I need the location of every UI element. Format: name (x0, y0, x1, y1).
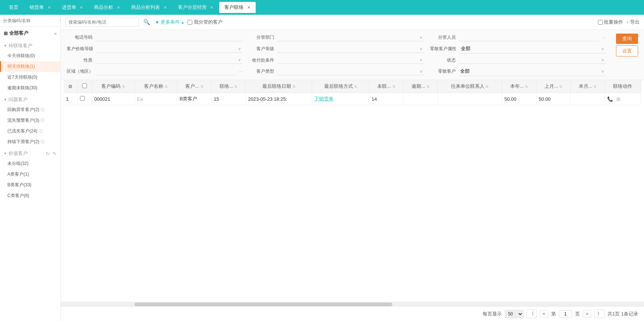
filter-cell-customer-level: 客户等级 ∨ (248, 45, 424, 53)
sidebar-item-class-c[interactable]: C类客户(6) (0, 190, 60, 201)
close-sales-order-icon[interactable]: ✕ (48, 5, 51, 10)
col-uncontacted[interactable]: 未联... ⇅ (369, 80, 403, 93)
row-checkbox[interactable] (80, 96, 85, 101)
region-input[interactable] (96, 68, 236, 75)
sidebar-item-declining[interactable]: 持续下滑客户(2) ⓘ (0, 137, 60, 147)
customer-type-select[interactable]: ∨ (277, 68, 424, 75)
nav-customer-segmentation[interactable]: 客户分层经营 ✕ (173, 2, 219, 13)
close-purchase-order-icon[interactable]: ✕ (80, 5, 83, 10)
dept-select[interactable]: ∨ (277, 34, 424, 41)
prev-page-button[interactable]: < (540, 310, 548, 318)
cell-checkbox[interactable] (77, 93, 92, 105)
customer-table-container: ⚙ 客户编码 ⇅ 客户名称 ⇅ 客户... ⇅ 联络... ⇅ 最后联络日期 ⇅… (61, 80, 644, 302)
horizontal-scrollbar[interactable] (61, 302, 644, 306)
nav-purchase-order[interactable]: 进货单 ✕ (57, 2, 88, 13)
sidebar-item-ungrouped[interactable]: 未分组(32) (0, 158, 60, 169)
status-select[interactable]: ∨ (459, 56, 606, 64)
cell-last-date: 2023-05-23 18:25: (246, 93, 312, 105)
problem-customers-group-label: ▼ 问题客户 (0, 93, 60, 104)
search-input[interactable] (65, 18, 139, 27)
search-button[interactable]: 🔍 (142, 19, 152, 25)
col-contact-person[interactable]: 往来单位联系人 ⇅ (438, 80, 502, 93)
nav-product-analysis-list[interactable]: 商品分析列表 ✕ (126, 2, 172, 13)
col-customer-type[interactable]: 客户... ⇅ (177, 80, 211, 93)
close-product-analysis-icon[interactable]: ✕ (117, 5, 120, 10)
table-row: 1 000021 Ea B类客户 15 2023-05-23 18:25: 下销… (64, 93, 641, 105)
sidebar-item-tomorrow-contact[interactable]: 明天待联络(1) (0, 61, 60, 72)
action-phone-icon[interactable]: 📞 (607, 96, 613, 102)
sidebar-item-churned[interactable]: 已流失客户(24) ⓘ (0, 126, 60, 137)
col-customer-code[interactable]: 客户编码 ⇅ (92, 80, 134, 93)
nature-select[interactable]: ∨ (95, 56, 242, 64)
region-dots-icon[interactable]: ··· (239, 69, 242, 74)
sidebar-search-input[interactable] (3, 18, 58, 23)
person-dots-icon[interactable]: ··· (602, 35, 606, 40)
batch-operation-button[interactable]: 批量操作 (598, 19, 623, 25)
filter-row-3: 性质 ∨ 收付款条件 ∨ 状态 (67, 56, 606, 64)
nav-product-analysis[interactable]: 商品分析 ✕ (89, 2, 125, 13)
sidebar-item-class-a[interactable]: A类客户(1) (0, 169, 60, 180)
retail-customer-select[interactable]: 全部 ∨ (459, 67, 606, 76)
nav-sales-order[interactable]: 销货单 ✕ (24, 2, 56, 13)
price-level-select[interactable]: ∨ (96, 45, 242, 53)
col-this-year[interactable]: 本年... ⇅ (502, 80, 536, 93)
sidebar-item-churn-warning[interactable]: 流失预警客户(3) ⓘ (0, 115, 60, 126)
sidebar-item-today-contact[interactable]: 今天待联络(0) (0, 51, 60, 61)
close-product-analysis-list-icon[interactable]: ✕ (164, 5, 167, 10)
export-button[interactable]: ↑ 导出 (627, 19, 640, 25)
col-this-month[interactable]: 本月... ⇅ (570, 80, 605, 93)
col-customer-name[interactable]: 客户名称 ⇅ (134, 80, 177, 93)
col-settings[interactable]: ⚙ (64, 80, 77, 93)
col-checkbox[interactable] (77, 80, 92, 93)
method-link[interactable]: 下销货单 (314, 96, 333, 101)
sidebar-item-overdue-contact[interactable]: 逾期未联络(30) (0, 83, 60, 93)
my-customers-checkbox[interactable] (188, 20, 192, 25)
next-page-button[interactable]: > (583, 310, 591, 318)
sidebar-item-repurchase-abnormal[interactable]: 回购异常客户(2) ⓘ (0, 104, 60, 115)
col-action[interactable]: 联络动作 (605, 80, 641, 93)
cell-last-method[interactable]: 下销货单 (312, 93, 369, 105)
page-size-select[interactable]: 50 20 100 200 (505, 310, 524, 318)
sidebar-item-7days-contact[interactable]: 近7天待联络(0) (0, 72, 60, 83)
select-all-checkbox[interactable] (82, 83, 87, 88)
cell-index: 1 (64, 93, 77, 105)
col-last-month[interactable]: 上月... ⇅ (536, 80, 570, 93)
page-number-input[interactable] (559, 310, 572, 318)
action-menu-icon[interactable]: ⊞ (616, 96, 620, 102)
col-last-contact-date[interactable]: 最后联络日期 ⇅ (246, 80, 312, 93)
chevron-up-icon: ▲ (181, 20, 185, 24)
nav-customer-contact[interactable]: 客户联络 ✕ (219, 2, 256, 13)
person-input[interactable] (459, 34, 599, 41)
col-last-contact-method[interactable]: 最后联络方式 ⇅ (312, 80, 369, 93)
customer-level-select[interactable]: ∨ (277, 45, 424, 53)
filter-cell-price-level: 客户价格等级 ∨ (67, 45, 242, 53)
advanced-filter-panel: 电话号码 分管部门 ∨ 分管人员 ··· (61, 30, 644, 80)
batch-checkbox[interactable] (598, 20, 603, 25)
close-customer-contact-icon[interactable]: ✕ (247, 5, 251, 10)
chevron-down-icon8: ∨ (420, 69, 423, 74)
query-button[interactable]: 查询 (616, 34, 638, 44)
close-customer-segmentation-icon[interactable]: ✕ (210, 5, 213, 10)
table-header-row: ⚙ 客户编码 ⇅ 客户名称 ⇅ 客户... ⇅ 联络... ⇅ 最后联络日期 ⇅… (64, 80, 641, 93)
retail-attr-select[interactable]: 全部 ∨ (459, 44, 606, 54)
sidebar-item-class-b[interactable]: B类客户(33) (0, 180, 60, 190)
payment-terms-select[interactable]: ∨ (277, 56, 424, 64)
last-page-button[interactable]: 》 (594, 310, 605, 318)
all-customers-label: 全部客户 (9, 30, 28, 37)
settings-icon[interactable]: ⚙ (68, 84, 73, 89)
all-customers-header[interactable]: ⊞ 全部客户 « (0, 27, 60, 39)
my-customers-checkbox-label[interactable]: 我分管的客户 (188, 19, 223, 25)
nav-home[interactable]: 首页 (4, 2, 24, 13)
more-filters-button[interactable]: ▼ 更多条件 ▲ (155, 19, 185, 25)
first-page-button[interactable]: 《 (526, 310, 537, 318)
refresh-icon[interactable]: ↻ (46, 151, 50, 156)
col-overdue[interactable]: 逾期... ⇅ (403, 80, 438, 93)
scrollbar-thumb[interactable] (134, 303, 392, 306)
edit-icon[interactable]: ✎ (53, 151, 57, 156)
grid-icon: ⊞ (4, 31, 8, 36)
col-contacts[interactable]: 联络... ⇅ (211, 80, 246, 93)
main-layout: 🔍 ⊞ 全部客户 « ▼ 待联络客户 今天待联络(0) 明天待联络(1) 近7天… (0, 15, 644, 321)
collapse-icon[interactable]: « (54, 31, 57, 36)
reset-button[interactable]: 设置 (616, 45, 638, 56)
phone-input[interactable] (95, 34, 242, 41)
